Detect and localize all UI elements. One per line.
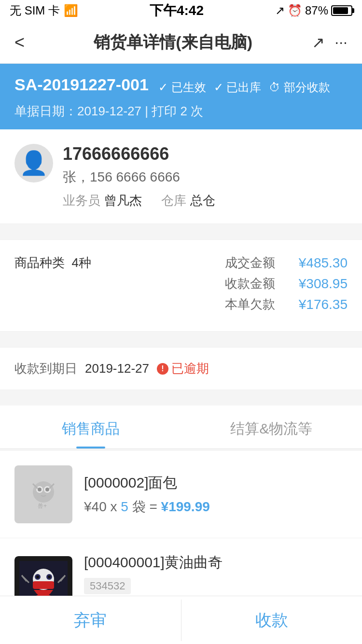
received-amount-value: ¥308.95 (285, 276, 348, 292)
product-thumbnail-1: 兽+ (14, 465, 72, 523)
nav-actions: ↗ ··· (312, 33, 348, 52)
tabs-section: 销售商品 结算&物流等 (0, 406, 362, 449)
page-title: 销货单详情(来自电脑) (34, 31, 312, 54)
header-banner: SA-20191227-001 ✓ 已生效 ✓ 已出库 ⏱ 部分收款 单据日期：… (0, 64, 362, 129)
warehouse-label: 仓库 (161, 192, 186, 209)
wifi-icon: 📶 (64, 4, 78, 17)
received-amount-row: 收款金额 ¥308.95 (181, 275, 348, 292)
share-icon[interactable]: ↗ (312, 33, 325, 52)
status-right: ↗ ⏰ 87% (275, 4, 352, 17)
more-icon[interactable]: ··· (334, 33, 348, 51)
warehouse-value: 总仓 (190, 192, 215, 209)
carrier-label: 无 SIM 卡 (10, 3, 60, 18)
header-badges: ✓ 已生效 ✓ 已出库 ⏱ 部分收款 (158, 80, 330, 95)
location-icon: ↗ (275, 4, 285, 17)
tab-sales-products[interactable]: 销售商品 (0, 406, 181, 448)
product-name-1: [0000002]面包 (84, 473, 348, 493)
avatar: 👤 (14, 144, 53, 182)
overdue-badge: ! 已逾期 (157, 360, 209, 377)
battery-percent: 87% (305, 4, 328, 17)
order-id: SA-20191227-001 (14, 75, 149, 94)
svg-rect-8 (33, 581, 54, 589)
status-bar: 无 SIM 卡 📶 下午4:42 ↗ ⏰ 87% (0, 0, 362, 21)
customer-section: 👤 17666666666 张，156 6666 6666 业务员 曾凡杰 仓库… (0, 129, 362, 224)
product-sku-2: 534532 (84, 578, 131, 594)
svg-point-11 (36, 575, 39, 578)
avatar-icon: 👤 (19, 150, 48, 177)
collect-payment-button[interactable]: 收款 (181, 600, 362, 641)
received-amount-label: 收款金额 (225, 275, 275, 292)
stats-left: 商品种类 4种 (14, 254, 181, 271)
overdue-dot-icon: ! (157, 363, 168, 375)
clock-icon: ⏰ (288, 4, 302, 17)
overdue-text: 已逾期 (171, 360, 209, 377)
sales-rep-item: 业务员 曾凡杰 (63, 192, 142, 209)
deal-amount-row: 成交金额 ¥485.30 (181, 254, 348, 271)
deal-amount-label: 成交金额 (225, 254, 275, 271)
product-item: 兽+ [0000002]面包 ¥40 x 5 袋 = ¥199.99 (0, 451, 362, 538)
bottom-bar: 弃审 收款 (0, 596, 362, 644)
stats-right: 成交金额 ¥485.30 收款金额 ¥308.95 本单欠款 ¥176.35 (181, 254, 348, 317)
stats-section: 商品种类 4种 成交金额 ¥485.30 收款金额 ¥308.95 本单欠款 ¥… (0, 239, 362, 332)
product-price-1: ¥40 x 5 袋 = ¥199.99 (84, 498, 348, 516)
due-date-label: 收款到期日 (14, 360, 77, 377)
due-date-value: 2019-12-27 (85, 361, 149, 376)
customer-name: 17666666666 (63, 144, 348, 164)
tab-settlement[interactable]: 结算&物流等 (181, 406, 362, 448)
badge-partial: ⏱ 部分收款 (269, 80, 330, 95)
badge-shipped: ✓ 已出库 (214, 80, 262, 95)
sales-rep-value: 曾凡杰 (104, 192, 142, 209)
nav-bar: < 销货单详情(来自电脑) ↗ ··· (0, 21, 362, 64)
svg-point-12 (48, 575, 51, 578)
warehouse-item: 仓库 总仓 (161, 192, 215, 209)
customer-info: 17666666666 张，156 6666 6666 业务员 曾凡杰 仓库 总… (63, 144, 348, 209)
sales-rep-label: 业务员 (63, 192, 100, 209)
customer-meta: 业务员 曾凡杰 仓库 总仓 (63, 192, 348, 209)
product-category: 商品种类 4种 (14, 254, 181, 271)
owed-amount-row: 本单欠款 ¥176.35 (181, 296, 348, 313)
header-date: 单据日期：2019-12-27 | 打印 2 次 (14, 103, 348, 120)
product-name-2: [000400001]黄油曲奇 (84, 553, 348, 573)
svg-point-0 (33, 481, 54, 503)
svg-text:兽+: 兽+ (38, 503, 47, 509)
battery-icon (331, 5, 352, 16)
abandon-review-button[interactable]: 弃审 (0, 600, 181, 641)
badge-effective: ✓ 已生效 (158, 80, 206, 95)
product-info-1: [0000002]面包 ¥40 x 5 袋 = ¥199.99 (84, 473, 348, 516)
owed-amount-value: ¥176.35 (285, 297, 348, 312)
svg-point-3 (38, 488, 42, 491)
deal-amount-value: ¥485.30 (285, 255, 348, 271)
due-date-section: 收款到期日 2019-12-27 ! 已逾期 (0, 347, 362, 390)
customer-phone: 张，156 6666 6666 (63, 168, 348, 186)
status-left: 无 SIM 卡 📶 (10, 3, 78, 18)
back-button[interactable]: < (14, 32, 25, 53)
owed-amount-label: 本单欠款 (225, 296, 275, 313)
status-time: 下午4:42 (150, 1, 204, 20)
svg-point-4 (45, 488, 49, 491)
